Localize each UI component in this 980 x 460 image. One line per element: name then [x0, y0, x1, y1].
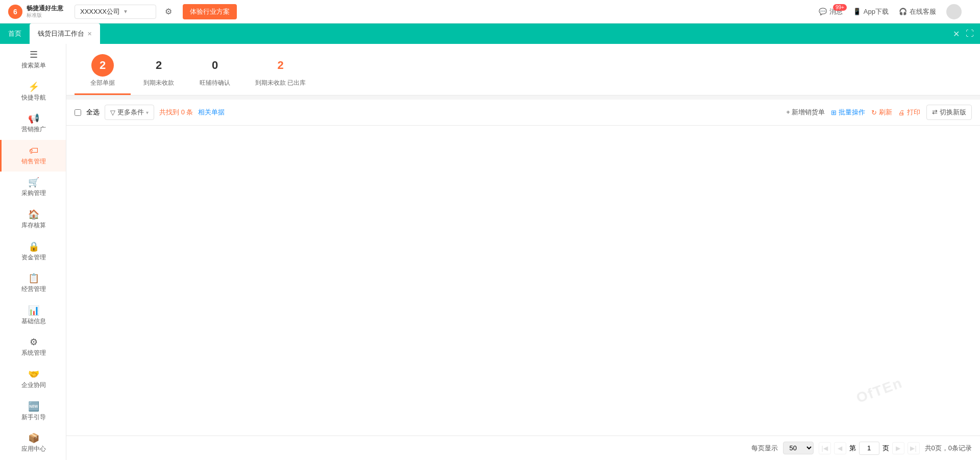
prev-page-button[interactable]: ◀: [834, 442, 846, 454]
sidebar-label-inventory: 库存核算: [21, 222, 46, 230]
refresh-button[interactable]: ↻ 刷新: [871, 108, 892, 117]
stat-num-all: 2: [91, 54, 114, 77]
online-service-button[interactable]: 🎧 在线客服: [899, 7, 936, 16]
header-right: 💬 消息 99+ 📱 App下载 🎧 在线客服: [819, 4, 972, 19]
guide-icon: 🆕: [28, 402, 39, 411]
sidebar-label-guide: 新手引导: [21, 414, 46, 422]
app-name: 畅捷通好生意: [27, 5, 63, 12]
basic-info-icon: 📊: [28, 306, 39, 315]
select-all-checkbox[interactable]: [75, 109, 81, 116]
trial-plan-button[interactable]: 体验行业方案: [183, 4, 237, 19]
finance-icon: 🔒: [28, 242, 39, 251]
sidebar: ☰ 搜索菜单 ⚡ 快捷导航 📢 营销推广 🏷 销售管理 🛒 采购管理 🏠 库存核…: [0, 44, 66, 460]
page-suffix: 页: [883, 444, 889, 453]
message-icon: 💬: [819, 8, 827, 15]
company-selector[interactable]: XXXXXX公司 ▼: [75, 5, 156, 19]
tab-work[interactable]: 钱货日清工作台 ✕: [30, 23, 100, 44]
main-layout: ☰ 搜索菜单 ⚡ 快捷导航 📢 营销推广 🏷 销售管理 🛒 采购管理 🏠 库存核…: [0, 44, 980, 460]
app-download-button[interactable]: 📱 App下载: [853, 7, 889, 16]
sidebar-label-quicknav: 快捷导航: [21, 94, 46, 102]
stat-tab-overdue[interactable]: 2 到期未收款: [131, 50, 187, 95]
tab-home[interactable]: 首页: [0, 23, 30, 44]
filter-dropdown-icon: ▾: [146, 110, 149, 115]
message-button[interactable]: 💬 消息 99+: [819, 7, 843, 16]
sidebar-item-search[interactable]: ☰ 搜索菜单: [0, 44, 66, 76]
print-icon: 🖨: [898, 109, 905, 116]
next-page-button[interactable]: ▶: [892, 442, 904, 454]
refresh-icon: ↻: [871, 109, 877, 116]
toolbar-left: 全选 ▽ 更多条件 ▾ 共找到 0 条 相关单据: [75, 105, 225, 120]
sidebar-item-quicknav[interactable]: ⚡ 快捷导航: [0, 76, 66, 108]
page-size-label: 每页显示: [751, 444, 778, 453]
sidebar-item-inventory[interactable]: 🏠 库存核算: [0, 204, 66, 236]
stat-label-overdue: 到期未收款: [143, 79, 174, 87]
sidebar-item-basic[interactable]: 📊 基础信息: [0, 300, 66, 332]
sidebar-label-marketing: 营销推广: [21, 126, 46, 134]
batch-operation-button[interactable]: ⊞ 批量操作: [831, 108, 865, 117]
sidebar-item-finance[interactable]: 🔒 资金管理: [0, 236, 66, 268]
settings-button[interactable]: ⚙: [160, 4, 177, 20]
headset-icon: 🎧: [899, 8, 907, 15]
sidebar-item-apps[interactable]: 📦 应用中心: [0, 427, 66, 459]
sidebar-item-cooperation[interactable]: 🤝 企业协同: [0, 364, 66, 396]
select-all-label: 全选: [86, 108, 100, 117]
page-navigation: |◀ ◀ 第 页 ▶ ▶|: [819, 442, 920, 455]
page-size-select[interactable]: 50 100 200: [783, 442, 814, 454]
app-download-icon: 📱: [853, 8, 861, 15]
app-edition: 标准版: [27, 12, 63, 18]
page-number-input[interactable]: [859, 442, 879, 455]
message-badge: 99+: [833, 4, 847, 11]
related-orders-link[interactable]: 相关单据: [198, 108, 225, 117]
sales-icon: 🏷: [29, 146, 38, 155]
filter-label: 更多条件: [117, 108, 144, 117]
stat-label-pending: 旺辅待确认: [200, 79, 230, 87]
switch-new-version-button[interactable]: ⇄ 切换新版: [926, 105, 972, 120]
tab-minimize-button[interactable]: ✕: [953, 29, 960, 39]
switch-icon: ⇄: [932, 108, 938, 116]
sidebar-item-operations[interactable]: 📋 经营管理: [0, 268, 66, 300]
toolbar: 全选 ▽ 更多条件 ▾ 共找到 0 条 相关单据 + 新增销货单 ⊞ 批量操作: [66, 100, 980, 126]
operations-icon: 📋: [28, 274, 39, 283]
sidebar-item-system[interactable]: ⚙ 系统管理: [0, 331, 66, 364]
user-avatar[interactable]: [946, 4, 962, 19]
stat-num-pending: 0: [204, 54, 226, 77]
print-button[interactable]: 🖨 打印: [898, 108, 920, 117]
sidebar-label-sales: 销售管理: [21, 158, 46, 166]
found-count-number: 0: [181, 108, 185, 116]
sidebar-label-finance: 资金管理: [21, 254, 46, 262]
sidebar-label-operations: 经营管理: [21, 285, 46, 294]
more-filter-button[interactable]: ▽ 更多条件 ▾: [105, 105, 154, 120]
sidebar-item-guide[interactable]: 🆕 新手引导: [0, 396, 66, 428]
stat-tab-overdue-out[interactable]: 2 到期未收款 已出库: [243, 50, 318, 95]
last-page-button[interactable]: ▶|: [908, 442, 920, 454]
tab-bar: 首页 钱货日清工作台 ✕ ✕ ⛶: [0, 23, 980, 44]
stat-tab-pending[interactable]: 0 旺辅待确认: [187, 50, 243, 95]
filter-icon: ▽: [110, 109, 115, 116]
stats-bar: 2 全部单据 2 到期未收款 0 旺辅待确认 2 到期未收款 已出库: [66, 44, 980, 95]
tab-maximize-button[interactable]: ⛶: [966, 29, 974, 38]
cooperation-icon: 🤝: [28, 370, 39, 379]
stat-num-overdue-out: 2: [270, 54, 292, 77]
batch-icon: ⊞: [831, 109, 837, 116]
quicknav-icon: ⚡: [28, 82, 39, 91]
search-menu-icon: ☰: [30, 50, 38, 59]
tab-bar-actions: ✕ ⛶: [953, 29, 980, 39]
sidebar-item-sales[interactable]: 🏷 销售管理: [0, 140, 66, 172]
company-dropdown-arrow: ▼: [123, 9, 128, 14]
sidebar-label-apps: 应用中心: [21, 445, 46, 453]
sidebar-label-system: 系统管理: [21, 349, 46, 357]
sidebar-item-marketing[interactable]: 📢 营销推广: [0, 108, 66, 140]
sidebar-label-basic: 基础信息: [21, 318, 46, 326]
apps-icon: 📦: [28, 433, 39, 443]
sidebar-item-purchase[interactable]: 🛒 采购管理: [0, 172, 66, 204]
tab-close-button[interactable]: ✕: [87, 31, 92, 37]
stat-num-overdue: 2: [148, 54, 170, 77]
stat-label-overdue-out: 到期未收款 已出库: [255, 79, 306, 87]
purchase-icon: 🛒: [28, 178, 39, 187]
system-icon: ⚙: [30, 337, 38, 347]
first-page-button[interactable]: |◀: [819, 442, 831, 454]
sidebar-label-search: 搜索菜单: [21, 62, 46, 70]
stat-tab-all[interactable]: 2 全部单据: [75, 50, 131, 95]
sidebar-label-cooperation: 企业协同: [21, 381, 46, 390]
add-sales-order-button[interactable]: + 新增销货单: [786, 108, 825, 117]
